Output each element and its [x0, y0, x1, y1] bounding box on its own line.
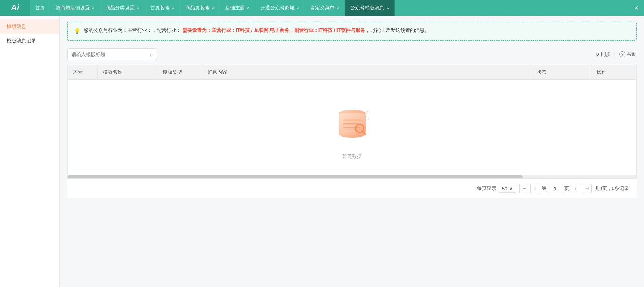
- svg-text:✦: ✦: [365, 109, 369, 115]
- horizontal-scrollbar[interactable]: [68, 175, 636, 178]
- nav-tab-template-msg[interactable]: 公众号模版消息×: [345, 0, 395, 16]
- sync-icon: ↺: [595, 52, 600, 57]
- page-size-select: 每页显示 50 ∨: [477, 185, 516, 193]
- page-size-chevron: ∨: [509, 186, 513, 192]
- toolbar-right: ↺ 同步 | ? 帮助: [595, 51, 637, 58]
- prev-page-button[interactable]: ‹: [530, 184, 540, 193]
- scrollbar-thumb[interactable]: [68, 175, 523, 178]
- notice-highlight: 需要设置为：主营行业：IT科技 / 互联网|电子商务，副营行业：IT科技 / I…: [182, 27, 370, 33]
- page-size-box[interactable]: 50 ∨: [499, 185, 516, 193]
- col-type: 模版类型: [157, 65, 202, 79]
- tab-close-template-msg[interactable]: ×: [386, 5, 389, 10]
- empty-illustration: ✦ ✦: [330, 102, 375, 147]
- page-size-value: 50: [502, 186, 507, 192]
- search-input-wrap[interactable]: ⌕: [67, 48, 157, 60]
- total-records: 共0页，0条记录: [595, 185, 629, 192]
- content-area: 💡 您的公众号行业为：主营行业：，副营行业： 需要设置为：主营行业：IT科技 /…: [60, 16, 644, 287]
- nav-tab-shop-settings[interactable]: 微商城店铺设置×: [50, 0, 100, 16]
- nav-tab-product-decor[interactable]: 商品页装修×: [180, 0, 220, 16]
- col-content: 消息内容: [202, 65, 531, 79]
- table-header: 序号 模版名称 模版类型 消息内容 状态 操作: [68, 65, 636, 80]
- top-nav: Ai 首页微商城店铺设置×商品分类设置×首页装修×商品页装修×店铺主题×开通公众…: [0, 0, 644, 16]
- tab-close-product-decor[interactable]: ×: [212, 5, 215, 10]
- empty-text: 暂无数据: [342, 153, 362, 160]
- sync-label: 同步: [601, 51, 611, 58]
- help-button[interactable]: ? 帮助: [619, 51, 637, 58]
- page-number-input[interactable]: [548, 184, 563, 193]
- help-label: 帮助: [627, 51, 637, 58]
- page-suffix: 页: [564, 185, 569, 192]
- tab-close-shop-settings[interactable]: ×: [92, 5, 95, 10]
- notice-box: 💡 您的公众号行业为：主营行业：，副营行业： 需要设置为：主营行业：IT科技 /…: [67, 22, 637, 41]
- nav-tab-home-decor[interactable]: 首页装修×: [145, 0, 180, 16]
- nav-tab-custom-menu[interactable]: 自定义菜单×: [305, 0, 345, 16]
- close-all-button[interactable]: ✕: [629, 4, 644, 12]
- nav-tab-open-mall[interactable]: 开通公众号商城×: [255, 0, 305, 16]
- nav-tab-home[interactable]: 首页: [30, 0, 50, 16]
- first-page-button[interactable]: ⊢: [519, 184, 529, 193]
- notice-icon: 💡: [74, 27, 81, 36]
- sidebar-item-template-message[interactable]: 模版消息: [0, 19, 59, 34]
- tab-close-category-settings[interactable]: ×: [137, 5, 139, 10]
- svg-text:✦: ✦: [367, 117, 370, 121]
- col-status: 状态: [531, 65, 591, 79]
- data-table: 序号 模版名称 模版类型 消息内容 状态 操作: [67, 65, 637, 179]
- app-logo: Ai: [0, 0, 30, 16]
- sync-button[interactable]: ↺ 同步: [595, 51, 611, 58]
- search-icon[interactable]: ⌕: [150, 51, 153, 57]
- col-index: 序号: [68, 65, 98, 79]
- sidebar-item-template-message-log[interactable]: 模版消息记录: [0, 34, 59, 48]
- notice-text: 您的公众号行业为：主营行业：，副营行业： 需要设置为：主营行业：IT科技 / 互…: [84, 27, 429, 34]
- tab-close-custom-menu[interactable]: ×: [337, 5, 339, 10]
- tab-close-open-mall[interactable]: ×: [297, 5, 299, 10]
- search-bar: ⌕ ↺ 同步 | ? 帮助: [67, 48, 637, 60]
- nav-tab-category-settings[interactable]: 商品分类设置×: [100, 0, 145, 16]
- pagination: 每页显示 50 ∨ ⊢ ‹ 第 页 › ⊣ 共0页，0条记录: [67, 179, 637, 198]
- next-page-button[interactable]: ›: [571, 184, 580, 193]
- page-size-label: 每页显示: [477, 185, 496, 192]
- toolbar-divider: |: [614, 52, 616, 57]
- col-name: 模版名称: [98, 65, 157, 79]
- page-nav: ⊢ ‹ 第 页 › ⊣: [519, 184, 592, 193]
- last-page-button[interactable]: ⊣: [582, 184, 592, 193]
- main-layout: 模版消息模版消息记录 💡 您的公众号行业为：主营行业：，副营行业： 需要设置为：…: [0, 16, 644, 287]
- page-input-wrap: 第 页: [542, 184, 569, 193]
- tab-close-shop-theme[interactable]: ×: [247, 5, 250, 10]
- page-prefix: 第: [542, 185, 546, 192]
- nav-tab-shop-theme[interactable]: 店铺主题×: [220, 0, 255, 16]
- tab-close-home-decor[interactable]: ×: [172, 5, 175, 10]
- nav-tabs: 首页微商城店铺设置×商品分类设置×首页装修×商品页装修×店铺主题×开通公众号商城…: [30, 0, 629, 16]
- col-action: 操作: [591, 65, 636, 79]
- search-input[interactable]: [71, 52, 150, 57]
- help-icon: ?: [619, 51, 625, 57]
- empty-state: ✦ ✦ 暂无数据: [68, 80, 636, 175]
- sidebar: 模版消息模版消息记录: [0, 16, 60, 287]
